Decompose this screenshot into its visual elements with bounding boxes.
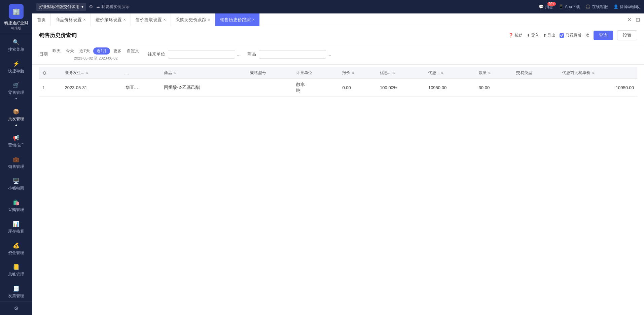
col-unit-label: 计量单位 <box>296 70 312 75</box>
date-btn-7days[interactable]: 近7天 <box>77 47 92 55</box>
service-label: 在线客服 <box>592 4 608 10</box>
app-download-button[interactable]: 📱 App下载 <box>559 4 580 10</box>
product-input[interactable] <box>259 50 326 59</box>
sort-icon[interactable]: ⇅ <box>488 71 491 75</box>
export-button[interactable]: ⬆ 导出 <box>543 33 556 38</box>
col-spec: 规格型号 <box>247 67 293 79</box>
table-row[interactable]: 1 2023-05-31 华直... 丙烯酸-2-乙基己酯 散水 吨 0.00 … <box>39 79 637 97</box>
filter-product-item: 商品 ... <box>247 50 331 59</box>
close-icon[interactable]: ✕ <box>208 18 210 22</box>
unit-val1: 散水 <box>296 82 305 87</box>
cell-discount1: 100.00% <box>377 79 425 97</box>
col-pretax-price-label: 优惠前无税单价 <box>562 70 591 75</box>
sidebar-item-ecom-label: 小畅电商 <box>8 185 24 191</box>
sidebar-item-search[interactable]: 🔍 搜索菜单 <box>0 35 32 57</box>
maximize-button[interactable]: ⊡ <box>634 15 641 24</box>
cell-discount2: 10950.00 <box>425 79 475 97</box>
sidebar-item-retail[interactable]: 🛒 零售管理 ▼ <box>0 78 32 104</box>
col-discount1: 优惠... ⇅ <box>377 67 425 79</box>
import-button[interactable]: ⬇ 导入 <box>527 33 539 38</box>
only-last-checkbox-wrap: 只看最后一次 <box>560 33 589 38</box>
source-input[interactable] <box>168 50 235 59</box>
app-label: App下载 <box>565 4 580 10</box>
close-icon[interactable]: ✕ <box>123 18 126 22</box>
export-icon: ⬆ <box>543 33 546 38</box>
chevron-down-icon: ▼ <box>15 97 18 100</box>
user-menu[interactable]: 👤 徐泽华修改 <box>613 4 640 10</box>
date-btn-1month[interactable]: 近1月 <box>93 47 110 55</box>
product-selector[interactable]: 好业财标准版交付试用 ▾ <box>36 3 86 11</box>
sort-icon[interactable]: ⇅ <box>441 71 443 75</box>
table-body: 1 2023-05-31 华直... 丙烯酸-2-乙基己酯 散水 吨 0.00 … <box>39 79 637 97</box>
topbar-right: 💬 消息 99+ 📱 App下载 🎧 在线客服 👤 徐泽华修改 <box>539 4 640 10</box>
logo-subtitle: 标准版 <box>11 26 21 31</box>
date-btn-yesterday[interactable]: 昨天 <box>50 47 63 55</box>
help-button[interactable]: ❓ 帮助 <box>508 33 523 38</box>
close-icon[interactable]: ✕ <box>83 18 86 22</box>
sort-icon[interactable]: ⇅ <box>592 71 595 75</box>
tab-purchase-history[interactable]: 采购历史价跟踪 ✕ <box>171 13 215 26</box>
sidebar-item-sales[interactable]: 💼 销售管理 <box>0 152 32 174</box>
sort-icon[interactable]: ⇅ <box>85 71 88 75</box>
message-badge: 99+ <box>547 2 556 6</box>
tab-home[interactable]: 首页 <box>32 13 51 26</box>
cell-extra: 华直... <box>122 79 161 97</box>
topbar-settings-icon[interactable]: ⚙ <box>89 4 93 9</box>
sidebar-item-finance[interactable]: 💰 资金管理 <box>0 238 32 260</box>
tab-sales-history[interactable]: 销售历史价跟踪 ✕ <box>215 13 260 26</box>
headset-icon: 🎧 <box>585 4 591 9</box>
topbar: 好业财标准版交付试用 ▾ ⚙ ☁ 我要看实例演示 💬 消息 99+ 📱 App下… <box>32 0 644 13</box>
app-logo: 🏢 畅捷通好业财 标准版 <box>0 0 32 35</box>
query-button[interactable]: 查询 <box>594 31 613 40</box>
col-qty-label: 数量 <box>479 70 487 75</box>
sidebar-item-marketing[interactable]: 📢 营销推广 <box>0 131 32 152</box>
customer-service-button[interactable]: 🎧 在线客服 <box>585 4 608 10</box>
message-button[interactable]: 💬 消息 99+ <box>539 4 553 10</box>
product-label: 好业财标准版交付试用 <box>39 4 79 10</box>
col-extra-label: ... <box>126 71 129 75</box>
settings-icon[interactable]: ⚙ <box>14 305 19 312</box>
sidebar-item-invoice-label: 发票管理 <box>8 293 24 299</box>
col-trade-type: 交易类型 <box>513 67 559 79</box>
product-input-wrap: ... <box>259 50 331 59</box>
sidebar-item-nav[interactable]: ⚡ 快捷导航 <box>0 57 32 78</box>
col-spec-label: 规格型号 <box>250 70 266 75</box>
export-label: 导出 <box>547 33 556 38</box>
gear-icon[interactable]: ⚙ <box>42 70 47 76</box>
user-name: 徐泽华修改 <box>620 4 640 10</box>
close-icon[interactable]: ✕ <box>252 18 255 22</box>
demo-link[interactable]: ☁ 我要看实例演示 <box>96 4 130 10</box>
product-dots[interactable]: ... <box>327 51 331 57</box>
col-gear[interactable]: ⚙ <box>39 67 62 79</box>
row-number: 1 <box>42 85 45 90</box>
col-discount2: 优惠... ⇅ <box>425 67 475 79</box>
product-filter-label: 商品 <box>247 51 256 57</box>
tab-price-extract[interactable]: 售价提取设置 ✕ <box>131 13 171 26</box>
source-dots[interactable]: ... <box>237 51 241 57</box>
tab-product-price[interactable]: 商品价格设置 ✕ <box>51 13 91 26</box>
date-btn-more[interactable]: 更多 <box>111 47 123 55</box>
page-actions: ❓ 帮助 ⬇ 导入 ⬆ 导出 只看最后一次 查询 设置 <box>508 30 637 40</box>
sidebar-item-invoice[interactable]: 🧾 发票管理 <box>0 281 32 302</box>
sidebar-item-purchase[interactable]: 🛍️ 采购管理 <box>0 195 32 217</box>
close-tab-button[interactable]: ✕ <box>626 15 633 24</box>
sidebar-item-wholesale[interactable]: 📦 批发管理 ▲ <box>0 104 32 131</box>
only-last-checkbox[interactable] <box>560 33 564 38</box>
sort-icon[interactable]: ⇅ <box>173 71 176 75</box>
sidebar-item-ledger[interactable]: 📒 总账管理 <box>0 260 32 281</box>
date-btn-today[interactable]: 今天 <box>64 47 76 55</box>
sidebar-menu: 🔍 搜索菜单 ⚡ 快捷导航 🛒 零售管理 ▼ 📦 批发管理 ▲ 📢 营销推广 💼… <box>0 35 32 302</box>
close-icon[interactable]: ✕ <box>163 18 166 22</box>
table-header-row: ⚙ 业务发生... ⇅ ... 商品 ⇅ <box>39 67 637 79</box>
sort-icon[interactable]: ⇅ <box>392 71 395 75</box>
sidebar-item-search-label: 搜索菜单 <box>8 47 24 53</box>
sidebar-item-inventory[interactable]: 📊 库存核算 <box>0 217 32 238</box>
demo-icon: ☁ <box>96 4 100 9</box>
sidebar-item-ecom[interactable]: 🖥️ 小畅电商 <box>0 174 32 195</box>
sort-icon[interactable]: ⇅ <box>352 71 354 75</box>
col-pretax-price: 优惠前无税单价 ⇅ <box>559 67 637 79</box>
settings-button[interactable]: 设置 <box>617 30 637 40</box>
tab-purchase-strategy[interactable]: 进价策略设置 ✕ <box>91 13 131 26</box>
page-title: 销售历史价查询 <box>39 32 77 39</box>
date-btn-custom[interactable]: 自定义 <box>125 47 141 55</box>
